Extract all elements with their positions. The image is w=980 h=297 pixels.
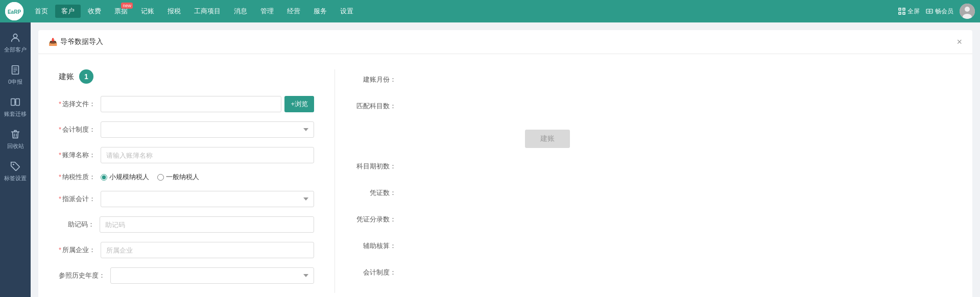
nav-item-tax[interactable]: 报税 xyxy=(161,5,187,18)
user-icon xyxy=(9,32,21,44)
sidebar-item-all-customers[interactable]: 全部客户 xyxy=(1,28,30,58)
trash-icon xyxy=(9,128,21,140)
sidebar: 全部客户 0申报 账套迁移 回收站 xyxy=(0,22,31,297)
history-year-row: 参照历史年度： xyxy=(59,267,314,284)
accountant-label: *指派会计： xyxy=(59,194,101,204)
file-label: *选择文件： xyxy=(59,100,101,109)
memo-code-row: 助记码： xyxy=(59,216,314,233)
sidebar-item-migration[interactable]: 账套迁移 xyxy=(1,92,30,122)
build-button[interactable]: 建账 xyxy=(525,130,570,148)
sidebar-item-tags[interactable]: 标签设置 xyxy=(1,156,30,186)
svg-point-14 xyxy=(13,164,14,165)
vip-button[interactable]: 畅会员 xyxy=(926,7,953,16)
build-month-label: 建账月份： xyxy=(355,75,401,84)
file-icon xyxy=(9,64,21,76)
accounting-system-info-row: 会计制度： xyxy=(355,264,401,281)
voucher-entries-row: 凭证分录数： xyxy=(355,211,401,228)
nav-item-accounting[interactable]: 记账 xyxy=(135,5,160,18)
svg-rect-3 xyxy=(903,8,905,10)
build-month-row: 建账月份： xyxy=(355,71,401,88)
svg-rect-4 xyxy=(899,12,901,14)
user-avatar[interactable] xyxy=(960,4,975,19)
file-input[interactable] xyxy=(101,96,281,112)
vip-label: 畅会员 xyxy=(935,7,953,16)
nav-item-management[interactable]: 管理 xyxy=(254,5,280,18)
accounting-system-row: *会计制度： xyxy=(59,121,314,138)
nav-item-services[interactable]: 服务 xyxy=(307,5,333,18)
sidebar-label-recycle: 回收站 xyxy=(7,142,24,150)
svg-rect-5 xyxy=(903,12,905,14)
file-input-wrap: +浏览 xyxy=(101,96,314,112)
company-input[interactable] xyxy=(101,242,314,258)
migrate-icon xyxy=(9,96,21,108)
accounting-system-info-label: 会计制度： xyxy=(355,268,401,277)
dialog-card: 📥 导爷数据导入 × 建账 1 *选择文件： xyxy=(38,30,972,297)
dialog-header: 📥 导爷数据导入 × xyxy=(38,30,972,54)
section-header: 建账 1 xyxy=(59,69,314,84)
nav-item-customer[interactable]: 客户 xyxy=(55,5,81,18)
accounting-system-label: *会计制度： xyxy=(59,125,101,134)
accounting-system-select[interactable] xyxy=(101,121,314,138)
accountant-row: *指派会计： xyxy=(59,191,314,207)
tax-type-radio-group: 小规模纳税人 一般纳税人 xyxy=(101,172,199,182)
browse-button[interactable]: +浏览 xyxy=(284,96,314,112)
company-label: *所属企业： xyxy=(59,245,101,255)
tag-icon xyxy=(9,160,21,172)
tax-general-radio[interactable] xyxy=(157,174,164,181)
tax-type-label: *纳税性质： xyxy=(59,172,101,182)
nav-item-fees[interactable]: 收费 xyxy=(82,5,107,18)
svg-point-10 xyxy=(13,34,17,38)
memo-code-input[interactable] xyxy=(100,216,314,233)
left-panel: 建账 1 *选择文件： +浏览 xyxy=(59,69,314,293)
dialog-body: 建账 1 *选择文件： +浏览 xyxy=(38,54,972,297)
dialog-title-area: 📥 导爷数据导入 xyxy=(49,37,103,46)
sidebar-label-zero-declaration: 0申报 xyxy=(8,78,22,86)
sidebar-label-migration: 账套迁移 xyxy=(4,110,27,118)
import-icon: 📥 xyxy=(49,38,57,46)
section-title: 建账 xyxy=(59,72,74,82)
history-year-label: 参照历史年度： xyxy=(59,271,110,280)
nav-menu: 首页 客户 收费 票据 new 记账 报税 工商项目 消息 管理 经营 服务 设… xyxy=(29,5,898,18)
sidebar-label-all-customers: 全部客户 xyxy=(4,46,27,54)
tax-small-scale-option[interactable]: 小规模纳税人 xyxy=(101,172,149,182)
panel-divider xyxy=(334,69,335,293)
nav-right-area: 全屏 畅会员 xyxy=(898,4,975,19)
period-start-label: 科目期初数： xyxy=(355,162,401,171)
svg-rect-2 xyxy=(899,8,901,10)
dialog-close-button[interactable]: × xyxy=(957,37,962,46)
aux-accounting-row: 辅助核算： xyxy=(355,238,401,254)
company-row: *所属企业： xyxy=(59,242,314,258)
vouchers-row: 凭证数： xyxy=(355,185,401,201)
file-field-row: *选择文件： +浏览 xyxy=(59,96,314,112)
content-area: 📥 导爷数据导入 × 建账 1 *选择文件： xyxy=(31,22,980,297)
dialog-title-text: 导爷数据导入 xyxy=(60,37,103,46)
history-year-select[interactable] xyxy=(110,267,314,284)
sidebar-item-recycle[interactable]: 回收站 xyxy=(1,124,30,154)
nav-badge-new: new xyxy=(121,3,133,9)
tax-general-option[interactable]: 一般纳税人 xyxy=(157,172,199,182)
nav-item-home[interactable]: 首页 xyxy=(29,5,54,18)
aux-accounting-label: 辅助核算： xyxy=(355,241,401,251)
tax-small-scale-radio[interactable] xyxy=(101,174,107,181)
period-start-row: 科目期初数： xyxy=(355,158,401,175)
book-name-row: *账簿名称： xyxy=(59,147,314,163)
nav-item-messages[interactable]: 消息 xyxy=(228,5,253,18)
svg-text:EaRP: EaRP xyxy=(8,9,21,15)
book-name-label: *账簿名称： xyxy=(59,151,101,160)
top-navigation: EaRP 首页 客户 收费 票据 new 记账 报税 工商项目 消息 管理 经营… xyxy=(0,0,980,22)
app-logo[interactable]: EaRP xyxy=(5,2,23,20)
nav-item-tickets[interactable]: 票据 new xyxy=(108,5,134,18)
book-name-input[interactable] xyxy=(101,147,314,163)
memo-code-label: 助记码： xyxy=(59,220,100,229)
nav-item-business[interactable]: 工商项目 xyxy=(188,5,227,18)
fullscreen-button[interactable]: 全屏 xyxy=(898,7,920,16)
svg-rect-12 xyxy=(11,99,15,106)
main-layout: 📥 导爷数据导入 × 建账 1 *选择文件： xyxy=(31,22,980,297)
nav-item-settings[interactable]: 设置 xyxy=(334,5,360,18)
nav-item-operations[interactable]: 经营 xyxy=(281,5,306,18)
sidebar-item-zero-declaration[interactable]: 0申报 xyxy=(1,60,30,90)
tax-small-scale-label: 小规模纳税人 xyxy=(109,172,149,182)
accountant-select[interactable] xyxy=(101,191,314,207)
right-btn-area: 建账月份： 匹配科目数： 建账 科目期初数： xyxy=(355,71,601,291)
tax-general-label: 一般纳税人 xyxy=(166,172,199,182)
